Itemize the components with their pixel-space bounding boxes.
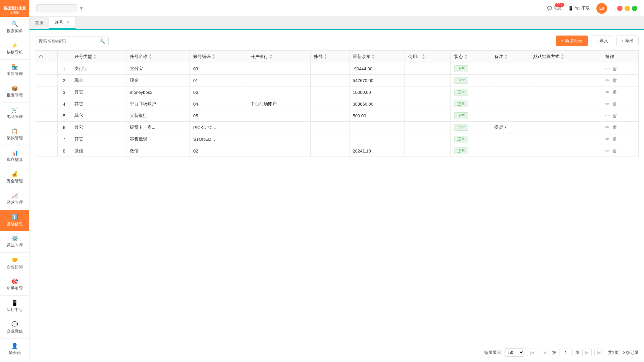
delete-button-5[interactable]: 🗑 xyxy=(612,124,618,130)
search-wrap[interactable]: 🔍 xyxy=(35,37,109,45)
delete-button-7[interactable]: 🗑 xyxy=(612,148,618,154)
sidebar-label-4: 电商管理 xyxy=(3,114,26,120)
window-maximize-button[interactable]: □ xyxy=(632,6,637,11)
last-page-button[interactable]: ▶| xyxy=(594,349,605,356)
row-usage-0 xyxy=(405,63,451,75)
col-name[interactable]: 账号名称▲▼ xyxy=(126,51,190,63)
row-bank-2 xyxy=(247,86,310,98)
row-code-0: 03 xyxy=(190,63,247,75)
row-name-6: 零售抵现 xyxy=(126,133,190,145)
app-download-button[interactable]: 📱 App下载 xyxy=(568,5,590,11)
search-icon[interactable]: 🔍 xyxy=(99,38,105,44)
status-badge-2: 正常 xyxy=(454,89,468,96)
sidebar-item-快捷导航[interactable]: ⚡快捷导航 xyxy=(0,38,29,60)
sidebar-item-批发管理[interactable]: 📦批发管理 xyxy=(0,81,29,103)
logo-sub: 乐惠版 xyxy=(0,10,29,15)
sidebar-item-企业微信[interactable]: 💬企业微信 xyxy=(0,317,29,339)
delete-button-0[interactable]: 🗑 xyxy=(612,66,618,72)
edit-button-1[interactable]: ✏ xyxy=(605,77,610,83)
top-search-input[interactable] xyxy=(36,4,76,12)
sidebar-icon-1: ⚡ xyxy=(3,42,26,49)
sidebar-icon-4: 🛒 xyxy=(3,107,26,113)
sidebar-icon-14: 💬 xyxy=(3,321,26,327)
delete-button-2[interactable]: 🗑 xyxy=(612,89,618,95)
col-bank[interactable]: 开户银行▲▼ xyxy=(247,51,310,63)
edit-button-2[interactable]: ✏ xyxy=(605,89,610,95)
sidebar-item-零售管理[interactable]: 🏪零售管理 xyxy=(0,60,29,81)
user-avatar[interactable]: Ea xyxy=(596,3,607,14)
next-page-button[interactable]: ▶ xyxy=(582,349,592,356)
delete-button-6[interactable]: 🗑 xyxy=(612,136,618,142)
add-account-button[interactable]: + 新增账号 xyxy=(556,36,588,46)
sidebar-label-15: 畅会员 xyxy=(3,350,26,356)
sort-arrows-status: ▲▼ xyxy=(464,53,468,60)
page-number-input[interactable] xyxy=(559,349,573,356)
sidebar-item-基础信息[interactable]: ℹ️基础信息 xyxy=(0,210,29,231)
sidebar-icon-6: 📊 xyxy=(3,149,26,156)
tab-0[interactable]: 首页 xyxy=(30,17,49,29)
page-size-select[interactable]: 50 100 200 xyxy=(504,348,524,357)
sidebar-item-库存核算[interactable]: 📊库存核算 xyxy=(0,145,29,167)
col-account[interactable]: 账号▲▼ xyxy=(310,51,349,63)
row-code-3: 04 xyxy=(190,98,247,110)
prev-page-button[interactable]: ◀ xyxy=(540,349,549,356)
export-button[interactable]: ↑ 导出 xyxy=(616,36,639,46)
sidebar-item-新手引导[interactable]: 🎯新手引导 xyxy=(0,274,29,296)
row-num-7: 8 xyxy=(57,145,71,157)
sidebar-label-2: 零售管理 xyxy=(3,71,26,77)
sidebar-items: 🔍搜索菜单⚡快捷导航🏪零售管理📦批发管理🛒电商管理📋采购管理📊库存核算💰资金管理… xyxy=(0,17,29,360)
col-type[interactable]: 账号类型▲▼ xyxy=(71,51,126,63)
delete-button-3[interactable]: 🗑 xyxy=(612,101,618,107)
import-button[interactable]: ↓ 导入 xyxy=(591,36,613,46)
edit-button-3[interactable]: ✏ xyxy=(605,101,610,107)
tab-bar: 首页账号✕ xyxy=(30,17,644,29)
col-gear[interactable]: ⚙ xyxy=(35,51,58,63)
col-status[interactable]: 状态▲▼ xyxy=(450,51,491,63)
messages-button[interactable]: 💬 消息 99+ xyxy=(547,5,561,11)
dropdown-icon[interactable]: ▾ xyxy=(80,5,83,12)
row-note-0 xyxy=(491,63,530,75)
status-badge-5: 正常 xyxy=(454,124,468,131)
sidebar-item-电商管理[interactable]: 🛒电商管理 xyxy=(0,103,29,124)
edit-button-5[interactable]: ✏ xyxy=(605,124,610,130)
row-usage-3 xyxy=(405,98,451,110)
first-page-button[interactable]: |◀ xyxy=(527,349,537,356)
row-note-7 xyxy=(491,145,530,157)
sidebar-item-采购管理[interactable]: 📋采购管理 xyxy=(0,124,29,145)
message-icon: 💬 xyxy=(547,6,552,11)
edit-button-7[interactable]: ✏ xyxy=(605,148,610,154)
sidebar-item-畅会员[interactable]: 👤畅会员 xyxy=(0,339,29,360)
logo-text: 畅捷通好生意 xyxy=(4,6,26,10)
row-usage-7 xyxy=(405,145,451,157)
sidebar-item-资金管理[interactable]: 💰资金管理 xyxy=(0,167,29,188)
edit-button-0[interactable]: ✏ xyxy=(605,66,610,72)
window-close-button[interactable]: ✕ xyxy=(617,6,623,11)
col-note[interactable]: 备注▲▼ xyxy=(491,51,530,63)
tab-close-1[interactable]: ✕ xyxy=(65,19,70,25)
col-code[interactable]: 账号编码▲▼ xyxy=(190,51,247,63)
sidebar-item-应用中心[interactable]: 📱应用中心 xyxy=(0,296,29,317)
edit-button-6[interactable]: ✏ xyxy=(605,136,610,142)
sidebar-label-8: 经营管理 xyxy=(3,200,26,205)
gear-settings-icon[interactable]: ⚙ xyxy=(39,54,43,60)
row-actions-5: ✏ 🗑 xyxy=(602,122,639,133)
delete-button-4[interactable]: 🗑 xyxy=(612,113,618,119)
sidebar-item-经营管理[interactable]: 📈经营管理 xyxy=(0,188,29,210)
row-status-5: 正常 xyxy=(450,122,491,133)
window-minimize-button[interactable]: − xyxy=(625,6,630,11)
table-row: 2 现金 现金 01 547670.00 正常 ✏ 🗑 xyxy=(35,75,639,86)
row-default-payment-6 xyxy=(530,133,602,145)
sidebar-icon-9: ℹ️ xyxy=(3,214,26,220)
col-usage[interactable]: 使用...▲▼ xyxy=(405,51,451,63)
edit-button-4[interactable]: ✏ xyxy=(605,113,610,119)
sidebar-item-企业协同[interactable]: 🤝企业协同 xyxy=(0,253,29,274)
tab-label-0: 首页 xyxy=(35,20,44,26)
col-balance[interactable]: 最新余额▲▼ xyxy=(349,51,405,63)
tab-1[interactable]: 账号✕ xyxy=(49,17,76,29)
row-default-payment-2 xyxy=(530,86,602,98)
sidebar-item-系统管理[interactable]: ⚙️系统管理 xyxy=(0,231,29,253)
col-default-payment[interactable]: 默认结算方式▲▼ xyxy=(530,51,602,63)
account-search-input[interactable] xyxy=(39,39,99,44)
delete-button-1[interactable]: 🗑 xyxy=(612,77,618,83)
sidebar-item-搜索菜单[interactable]: 🔍搜索菜单 xyxy=(0,17,29,38)
